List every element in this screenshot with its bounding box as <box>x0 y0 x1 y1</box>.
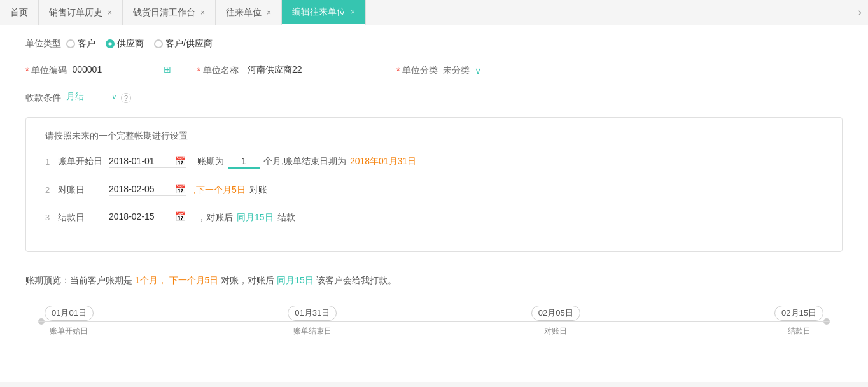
settle-highlight: 同月15日 <box>237 212 274 223</box>
radio-supplier-circle <box>106 39 115 48</box>
payment-condition-row: 收款条件 月结 ∨ ? <box>25 91 843 104</box>
main-content: 单位类型 客户 供应商 客户/供应商 * 单位编码 <box>0 25 868 382</box>
timeline-node-0: 01月01日 账单开始日 <box>45 306 94 337</box>
period-prefix: 账期为 <box>197 156 224 167</box>
unit-type-label: 单位类型 <box>25 38 61 50</box>
payment-condition-value: 月结 <box>66 91 106 102</box>
reconcile-next: ,下一个月5日 <box>193 185 246 196</box>
unit-name-label: 单位名称 <box>203 65 239 76</box>
tab-unit-from[interactable]: 往来单位 × <box>216 0 282 25</box>
preview-text: 账期预览：当前客户账期是 1个月， 下一个月5日 对账，对账后 同月15日 该客… <box>25 275 843 286</box>
node-label-3: 结款日 <box>788 326 811 337</box>
reconcile-date-cal-icon[interactable]: 📅 <box>175 184 186 194</box>
node-label-1: 账单结束日 <box>293 326 332 337</box>
tab-close-cash[interactable]: × <box>200 8 205 17</box>
panel-row-3: 3 结款日 📅 ，对账后 同月15日 结款 <box>45 211 823 223</box>
payment-condition-label: 收款条件 <box>25 92 61 104</box>
unit-code-star: * <box>25 66 29 76</box>
node-date-1: 01月31日 <box>288 306 337 321</box>
radio-supplier[interactable]: 供应商 <box>106 38 144 50</box>
help-icon[interactable]: ? <box>121 93 131 103</box>
row-label-3: 结款日 <box>58 212 109 223</box>
period-input[interactable] <box>228 155 260 169</box>
unit-name-star: * <box>197 66 200 76</box>
copy-icon[interactable]: ⊞ <box>164 64 171 74</box>
timeline-node-2: 02月05日 对账日 <box>531 306 580 337</box>
row-num-1: 1 <box>45 157 58 167</box>
node-label-0: 账单开始日 <box>50 326 88 337</box>
unit-type-row: 单位类型 客户 供应商 客户/供应商 <box>25 38 843 50</box>
unit-classify-field: * 单位分类 未分类 ∨ <box>396 65 545 76</box>
tab-bar: 首页 销售订单历史 × 钱货日清工作台 × 往来单位 × 编辑往来单位 × › <box>0 0 868 25</box>
settle-date-input-wrap: 📅 <box>109 211 186 223</box>
unit-classify-label: 单位分类 <box>402 65 438 76</box>
node-date-3: 02月15日 <box>774 306 823 321</box>
unit-classify-dropdown[interactable]: 未分类 ∨ <box>443 65 545 76</box>
tab-edit-unit[interactable]: 编辑往来单位 × <box>282 0 366 25</box>
preview-part3: 同月15日 <box>277 275 314 285</box>
node-date-2: 02月05日 <box>531 306 580 321</box>
start-date-input[interactable] <box>109 156 172 166</box>
timeline-node-1: 01月31日 账单结束日 <box>288 306 337 337</box>
unit-classify-star: * <box>396 66 400 76</box>
panel-row-1: 1 账单开始日 📅 账期为 个月,账单结束日期为 2018年01月31日 <box>45 155 823 169</box>
preview-end: 该客户会给我打款。 <box>316 275 396 285</box>
preview-part2: 下一个月5日 <box>169 275 219 285</box>
unit-name-input[interactable] <box>244 62 371 78</box>
node-label-2: 对账日 <box>544 326 567 337</box>
unit-info-row: * 单位编码 ⊞ * 单位名称 * 单位分类 未分类 ∨ <box>25 62 843 78</box>
reconcile-date-input-wrap: 📅 <box>109 184 186 196</box>
panel-row-2: 2 对账日 📅 ,下一个月5日 对账 <box>45 184 823 196</box>
panel-title: 请按照未来的一个完整帐期进行设置 <box>45 130 823 142</box>
preview-section: 账期预览：当前客户账期是 1个月， 下一个月5日 对账，对账后 同月15日 该客… <box>25 265 843 337</box>
unit-code-input[interactable] <box>72 64 161 74</box>
tab-cash-work[interactable]: 钱货日清工作台 × <box>123 0 216 25</box>
row-num-2: 2 <box>45 185 58 195</box>
settings-panel: 请按照未来的一个完整帐期进行设置 1 账单开始日 📅 账期为 个月,账单结束日期… <box>25 117 843 252</box>
start-date-cal-icon[interactable]: 📅 <box>175 156 186 166</box>
row-label-1: 账单开始日 <box>58 156 109 167</box>
unit-code-field: * 单位编码 ⊞ <box>25 64 171 76</box>
radio-customer-supplier[interactable]: 客户/供应商 <box>154 38 213 50</box>
unit-type-field: 单位类型 客户 供应商 客户/供应商 <box>25 38 213 50</box>
start-date-input-wrap: 📅 <box>109 156 186 168</box>
unit-code-input-wrap: ⊞ <box>72 64 171 76</box>
radio-customer-circle <box>66 39 75 48</box>
tab-home[interactable]: 首页 <box>0 0 39 25</box>
tab-close-edit-unit[interactable]: × <box>351 8 355 17</box>
preview-label: 账期预览：当前客户账期是 <box>25 275 132 285</box>
tab-close-sales[interactable]: × <box>108 8 112 17</box>
settle-date-cal-icon[interactable]: 📅 <box>175 211 186 222</box>
reconcile-date-input[interactable] <box>109 184 172 194</box>
row-label-2: 对账日 <box>58 185 109 196</box>
payment-condition-field: 收款条件 月结 ∨ ? <box>25 91 131 104</box>
timeline-node-3: 02月15日 结款日 <box>774 306 823 337</box>
settle-prefix: ，对账后 <box>197 212 233 223</box>
payment-condition-dropdown[interactable]: 月结 ∨ <box>66 91 117 104</box>
classify-value: 未分类 <box>443 65 470 76</box>
unit-name-field: * 单位名称 <box>197 62 370 78</box>
end-date-display: 2018年01月31日 <box>350 156 416 167</box>
settle-date-input[interactable] <box>109 211 172 222</box>
unit-type-radio-group: 客户 供应商 客户/供应商 <box>66 38 213 50</box>
node-date-0: 01月01日 <box>45 306 94 321</box>
timeline: 01月01日 账单开始日 01月31日 账单结束日 02月05日 对账日 02月… <box>25 306 843 337</box>
preview-part1: 1个月， <box>135 275 167 285</box>
row-num-3: 3 <box>45 213 58 222</box>
classify-arrow-icon: ∨ <box>475 66 481 76</box>
unit-code-label: 单位编码 <box>31 65 67 76</box>
radio-customer[interactable]: 客户 <box>66 38 95 50</box>
reconcile-suffix: 对账 <box>249 185 267 196</box>
preview-mid: 对账，对账后 <box>221 275 274 285</box>
settle-suffix: 结款 <box>277 212 295 223</box>
timeline-nodes: 01月01日 账单开始日 01月31日 账单结束日 02月05日 对账日 02月… <box>45 306 823 337</box>
radio-cs-circle <box>154 39 163 48</box>
period-unit-text: 个月,账单结束日期为 <box>263 156 346 167</box>
payment-dropdown-arrow: ∨ <box>111 92 117 101</box>
tab-close-unit[interactable]: × <box>267 8 271 17</box>
tab-expand-icon[interactable]: › <box>851 6 868 19</box>
tab-sales-order-history[interactable]: 销售订单历史 × <box>39 0 123 25</box>
